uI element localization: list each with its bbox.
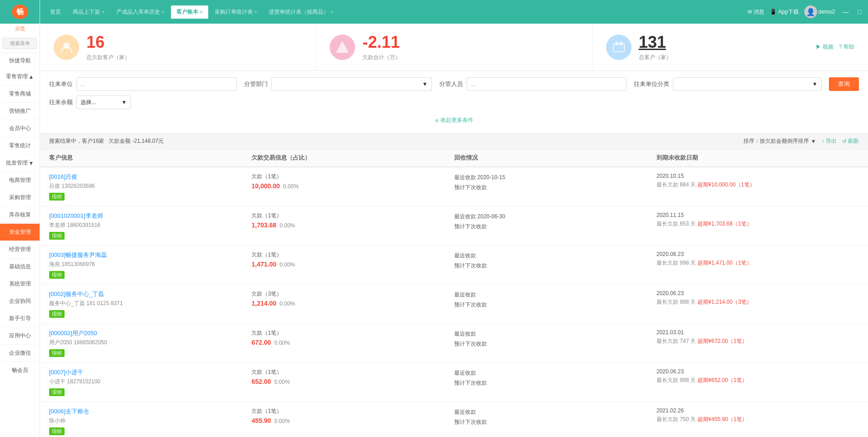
customer-cell-5: [0007]小进干 小进干 18279152100 现销 (49, 368, 251, 396)
sidebar-item-capital-mgmt[interactable]: 资金管理 (0, 224, 40, 241)
payback-cell-5: 最近收款 预计下次收款 (454, 368, 657, 396)
customer-name-4[interactable]: [000002]用户2050 (49, 329, 251, 337)
user-avatar[interactable]: 👤 demo2 (804, 5, 835, 18)
overdue-link-4[interactable]: 超期¥672.00（1笔） (697, 338, 748, 344)
sidebar-item-enterprise-wechat[interactable]: 企业微信 (0, 345, 40, 362)
sidebar-item-retail-stats[interactable]: 零售统计 (0, 137, 40, 155)
topbar-right: ✉ 消息 📱 App下载 👤 demo2 — □ (748, 5, 863, 18)
customer-name-1[interactable]: [0001020001]李老师 (49, 212, 251, 220)
sidebar-item-member-center[interactable]: 会员中心 (0, 120, 40, 137)
sidebar-item-enterprise-coop[interactable]: 企业协同 (0, 293, 40, 310)
message-button[interactable]: ✉ 消息 (748, 8, 764, 16)
dept-arrow-icon: ▼ (422, 81, 428, 87)
sort-selector[interactable]: 排序：按欠款金额倒序排序 ▼ (743, 137, 816, 145)
customer-name-2[interactable]: [0003]畅捷服务尹海蕊 (49, 251, 251, 259)
customer-contact-3: 服务中心_丁磊 181 0125 8371 (49, 300, 251, 307)
unit-category-label: 往来单位分类 (634, 80, 669, 88)
tab-customer-account[interactable]: 客户账本 × (171, 5, 208, 19)
customer-cell-6: [0006]去下粮仓 陈小帅 现销 (49, 407, 251, 435)
sidebar-item-purchase-mgmt[interactable]: 采购管理 (0, 189, 40, 206)
dept-label: 分管部门 (244, 80, 268, 88)
app-download-icon: 📱 (770, 9, 777, 15)
customer-name-3[interactable]: [0002]服务中心_丁磊 (49, 290, 251, 298)
payback-cell-4: 最近收款 预计下次收款 (454, 329, 657, 357)
sidebar-item-system-mgmt[interactable]: 系统管理 (0, 276, 40, 293)
overdue-cell-5: 2020.06.23 最长欠款 998 天 超期¥652.00（1笔） (657, 368, 859, 396)
table-row: [0001020001]李老师 李老师 18600391516 现销 欠款（1笔… (40, 206, 868, 246)
collapse-button[interactable]: ∧ 收起更多条件 (435, 116, 473, 124)
debt-cell-4: 欠款（1笔） 672.00 0.00% (251, 329, 454, 357)
sidebar-logo: 畅 (0, 0, 40, 24)
sidebar-item-retail-mall[interactable]: 零售商城 (0, 85, 40, 103)
sidebar-item-retail-mgmt[interactable]: 零售管理 ▲ (0, 68, 40, 85)
overdue-link-6[interactable]: 超期¥455.90（1笔） (697, 416, 748, 422)
stat-card-total-customers: 131 总客户（家） ▶ 视频 ? 帮助 (592, 24, 868, 70)
sidebar-item-app-center[interactable]: 应用中心 (0, 327, 40, 345)
search-button[interactable]: 查询 (829, 77, 859, 91)
filter-area: 往来单位 ... 分管部门 ▼ 分管人员 (40, 71, 868, 134)
sidebar-item-marketing[interactable]: 营销推广 (0, 103, 40, 120)
close-purchase-stats-tab[interactable]: × (331, 10, 333, 15)
sidebar-item-basic-info[interactable]: 基础信息 (0, 258, 40, 276)
tab-home[interactable]: 首页 (45, 5, 66, 19)
col-header-debt: 欠款交易信息（占比） (251, 154, 454, 162)
dept-select[interactable]: ▼ (271, 77, 432, 91)
table-row: [000002]用户2050 用户2050 18665062050 现销 欠款（… (40, 324, 868, 363)
customer-table: 客户信息 欠款交易信息（占比） 回收情况 到期未收款日期 [0016]吕俊 吕俊… (40, 149, 868, 437)
export-button[interactable]: ↑ 导出 (822, 137, 837, 145)
tab-purchase-stats[interactable]: 进货单统计表（按商品） × (263, 5, 339, 19)
unit-category-select[interactable]: ▼ (673, 77, 822, 91)
sidebar-item-inventory[interactable]: 库存核算 (0, 206, 40, 224)
overdue-link-3[interactable]: 超期¥1,214.00（3笔） (697, 299, 752, 305)
overdue-link-2[interactable]: 超期¥1,471.00（1笔） (697, 260, 752, 266)
sidebar-search-area[interactable]: 搜索菜单 (0, 34, 40, 53)
search-menu-button[interactable]: 搜索菜单 (3, 38, 37, 49)
filter-row-2: 往来余额 选择... ▼ (49, 95, 859, 109)
overdue-link-1[interactable]: 超期¥1,703.68（1笔） (697, 221, 752, 227)
svg-rect-3 (615, 42, 618, 45)
filter-balance: 往来余额 选择... ▼ (49, 95, 131, 109)
tab-product-shelf[interactable]: 商品上下架 × (67, 5, 110, 19)
close-product-history-tab[interactable]: × (162, 10, 165, 15)
sidebar-item-new-guide[interactable]: 新手引导 (0, 310, 40, 327)
overdue-link-0[interactable]: 超期¥10,000.00（1笔） (697, 181, 755, 188)
table-row: [0002]服务中心_丁磊 服务中心_丁磊 181 0125 8371 现销 欠… (40, 285, 868, 324)
window-maximize-button[interactable]: □ (856, 6, 863, 17)
payback-cell-2: 最近收款 预计下次收款 (454, 251, 657, 279)
balance-select[interactable]: 选择... ▼ (76, 95, 131, 109)
debt-cell-2: 欠款（1笔） 1,471.00 0.00% (251, 251, 454, 279)
close-customer-account-tab[interactable]: × (200, 10, 203, 15)
overdue-cell-0: 2020.10.15 最长欠款 884 天 超期¥10,000.00（1笔） (657, 173, 859, 201)
customer-tag-4: 现销 (49, 349, 65, 357)
tab-product-history[interactable]: 产成品入库单历史 × (111, 5, 170, 19)
close-purchase-order-tab[interactable]: × (255, 10, 257, 15)
refresh-icon: ↺ (842, 138, 847, 145)
debt-cell-5: 欠款（1笔） 652.00 0.00% (251, 368, 454, 396)
customer-contact-4: 用户2050 18665062050 (49, 339, 251, 347)
help-btn[interactable]: ? 帮助 (839, 43, 854, 51)
total-customers-label: 总客户（家） (639, 54, 672, 61)
main-content: 16 总欠款客户（家） -2.11 欠款合计（万） (40, 24, 868, 437)
customer-cell-4: [000002]用户2050 用户2050 18665062050 现销 (49, 329, 251, 357)
from-unit-input[interactable]: ... (76, 77, 237, 91)
customer-name-6[interactable]: [0006]去下粮仓 (49, 407, 251, 416)
close-product-shelf-tab[interactable]: × (102, 10, 105, 15)
svg-marker-1 (336, 41, 349, 53)
customer-name-5[interactable]: [0007]小进干 (49, 368, 251, 377)
tab-purchase-order[interactable]: 采购订单统计表 × (209, 5, 263, 19)
video-help-btn[interactable]: ▶ 视频 (816, 43, 833, 51)
sidebar-item-ops-mgmt[interactable]: 经营管理 (0, 241, 40, 258)
window-minimize-button[interactable]: — (841, 6, 851, 17)
sidebar-item-ecommerce[interactable]: 电商管理 (0, 172, 40, 189)
sidebar-item-member-vip[interactable]: 畅会员 (0, 362, 40, 379)
customer-name-0[interactable]: [0016]吕俊 (49, 173, 251, 181)
app-download-button[interactable]: 📱 App下载 (770, 8, 798, 16)
overdue-link-5[interactable]: 超期¥652.00（1笔） (697, 377, 748, 383)
table-header: 客户信息 欠款交易信息（占比） 回收情况 到期未收款日期 (40, 149, 868, 167)
manager-input[interactable]: ... (467, 77, 627, 91)
refresh-button[interactable]: ↺ 刷新 (842, 137, 859, 145)
table-row: [0007]小进干 小进干 18279152100 现销 欠款（1笔） 652.… (40, 363, 868, 402)
customer-contact-1: 李老师 18600391516 (49, 221, 251, 229)
quick-nav-label: 快捷导航 (0, 53, 40, 68)
sidebar-item-batch-mgmt[interactable]: 批发管理 ▼ (0, 155, 40, 172)
